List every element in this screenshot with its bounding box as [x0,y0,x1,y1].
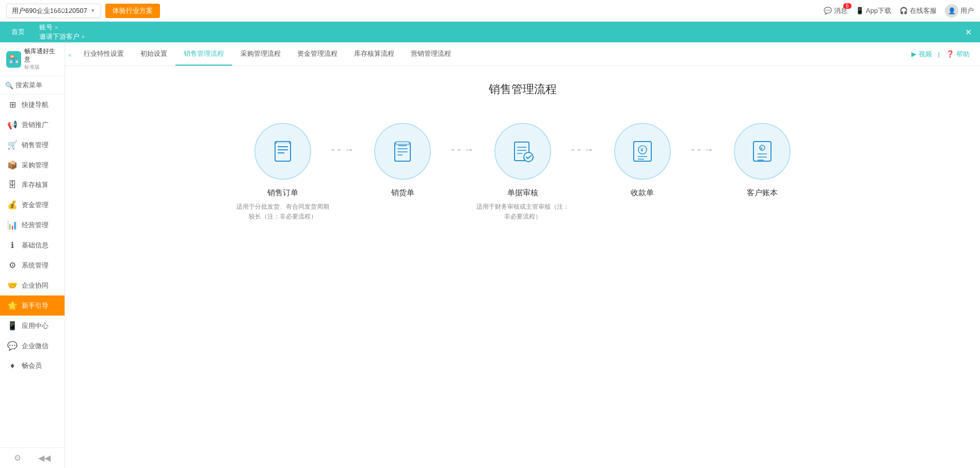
flow-circle-receipt[interactable]: ¥ [614,123,671,180]
flow-circle-doc-review[interactable] [494,123,551,180]
online-service-button[interactable]: 🎧 在线客服 [899,6,937,15]
svg-point-13 [524,152,533,162]
content-area: 行业特性设置初始设置销售管理流程采购管理流程资金管理流程库存核算流程营销管理流程… [65,42,980,468]
flow-item-receipt: ¥ 收款单 [596,123,689,202]
sub-tab-行业特性设置[interactable]: 行业特性设置 [75,42,132,66]
app-download-button[interactable]: 📱 App下载 [856,6,891,15]
message-icon: 💬 [824,7,832,14]
new-guide-icon: 🌟 [7,301,18,310]
sub-tab-采购管理流程[interactable]: 采购管理流程 [232,42,289,66]
sub-tabs-left: 行业特性设置初始设置销售管理流程采购管理流程资金管理流程库存核算流程营销管理流程 [75,42,459,66]
nav-tab-账号[interactable]: 账号 × [32,23,92,32]
logo-text-block: 畅库通好生意 标准版 [24,48,58,71]
close-tab-icon[interactable]: × [68,52,71,58]
close-tab-icon[interactable]: × [68,6,71,12]
logo-icon: 🏪 [6,51,21,68]
main-layout: 🏪 畅库通好生意 标准版 🔍 搜索菜单 ⊞ 快捷导航 📢 营销推广 🛒 销售管理… [0,42,980,468]
close-all-tabs-button[interactable]: ✕ [961,27,976,37]
app-download-label: App下载 [866,6,891,15]
search-label: 搜索菜单 [15,81,42,90]
logo-subtitle: 标准版 [24,64,58,71]
svg-rect-8 [396,142,409,145]
close-tab-icon[interactable]: × [55,24,58,30]
sub-tab-营销管理流程[interactable]: 营销管理流程 [403,42,459,66]
sub-tabs: 行业特性设置初始设置销售管理流程采购管理流程资金管理流程库存核算流程营销管理流程… [65,42,980,66]
help-button[interactable]: ❓ 帮助 [946,50,970,59]
system-mgmt-icon: ⚙ [7,260,18,270]
settings-footer-icon[interactable]: ⚙ [14,453,21,463]
corp-wechat-icon: 💬 [7,341,18,351]
flow-chart: 销售订单适用于分批发货、有合同发货周期较长（注：非必要流程）- - → 销货单-… [86,123,959,222]
svg-rect-21 [753,142,771,161]
purchase-mgmt-icon: 📦 [7,160,18,170]
trial-button[interactable]: 体验行业方案 [105,4,160,18]
sidebar-label-new-guide: 新手引导 [22,301,49,310]
sidebar-item-finance-mgmt[interactable]: 💰 资金管理 [0,195,65,215]
sidebar-item-app-center[interactable]: 📱 应用中心 [0,316,65,336]
flow-arrow-3: - - → [569,123,596,155]
sub-tab-销售管理流程[interactable]: 销售管理流程 [175,42,232,66]
flow-item-customer-ledger: ¥ 客户账本 [716,123,809,202]
flow-circle-sales-invoice[interactable] [374,123,431,180]
help-label: 帮助 [956,50,970,59]
flow-arrow-2: - - → [449,123,476,155]
sub-tab-初始设置[interactable]: 初始设置 [132,42,175,66]
logo-area: 🏪 畅库通好生意 标准版 [0,42,65,76]
sub-tab-库存核算流程[interactable]: 库存核算流程 [346,42,403,66]
close-tab-icon[interactable]: × [82,34,85,40]
app-center-icon: 📱 [7,321,18,331]
search-icon: 🔍 [5,82,13,89]
close-tab-icon[interactable]: × [68,43,71,49]
nav-tab-home[interactable]: 首页 [4,22,32,42]
sidebar-label-vip: 畅会员 [22,361,42,370]
message-button[interactable]: 💬 6 消息 [824,6,847,15]
top-bar: 用户690企业1660120507 ▼ 体验行业方案 💬 6 消息 📱 App下… [0,0,980,22]
collapse-sidebar-button[interactable]: ◀◀ [38,453,51,463]
sidebar: 🏪 畅库通好生意 标准版 🔍 搜索菜单 ⊞ 快捷导航 📢 营销推广 🛒 销售管理… [0,42,65,468]
corp-coop-icon: 🤝 [7,280,18,290]
sidebar-item-inventory[interactable]: 🗄 库存核算 [0,175,65,195]
video-help-button[interactable]: ▶ 视频 [911,50,932,59]
basic-info-icon: ℹ [7,240,18,250]
sidebar-search[interactable]: 🔍 搜索菜单 [0,76,65,95]
sub-tab-资金管理流程[interactable]: 资金管理流程 [289,42,346,66]
page-title: 销售管理流程 [86,82,959,97]
sidebar-item-vip[interactable]: ♦ 畅会员 [0,356,65,376]
marketing-promo-icon: 📢 [7,120,18,130]
nav-tabs: 首页 物流快递 ×在线支付 ×账号 ×邀请下游客户 ×往来期初 ×初始设置 × … [0,22,980,42]
sidebar-item-basic-info[interactable]: ℹ 基础信息 [0,235,65,255]
sidebar-item-sales-mgmt[interactable]: 🛒 销售管理 [0,135,65,155]
flow-item-sales-invoice: 销货单 [356,123,449,202]
nav-tab-物流快递[interactable]: 物流快递 × [32,4,92,13]
flow-circle-sales-order[interactable] [254,123,311,180]
sidebar-label-basic-info: 基础信息 [22,241,49,250]
sidebar-footer: ⚙ ◀◀ [0,447,65,468]
svg-rect-0 [275,142,291,161]
user-avatar-button[interactable]: 👤 用户 [945,4,974,18]
sidebar-item-business-mgmt[interactable]: 📊 经营管理 [0,215,65,235]
sidebar-label-finance-mgmt: 资金管理 [22,200,49,210]
online-service-label: 在线客服 [910,6,937,15]
message-badge: 6 [843,3,852,9]
sidebar-item-purchase-mgmt[interactable]: 📦 采购管理 [0,155,65,175]
flow-desc-doc-review: 适用于财务审核或主管审核（注：非必要流程） [476,202,569,222]
divider: | [938,50,940,58]
nav-tab-邀请下游客户[interactable]: 邀请下游客户 × [32,32,92,41]
sidebar-label-purchase-mgmt: 采购管理 [22,161,49,170]
sidebar-label-inventory: 库存核算 [22,180,49,190]
sidebar-item-corp-wechat[interactable]: 💬 企业微信 [0,336,65,356]
flow-label-sales-invoice: 销货单 [391,188,414,198]
sidebar-item-quick-nav[interactable]: ⊞ 快捷导航 [0,95,65,115]
sidebar-item-corp-coop[interactable]: 🤝 企业协同 [0,275,65,295]
flow-label-doc-review: 单据审核 [507,188,538,198]
sidebar-label-corp-wechat: 企业微信 [22,341,49,351]
sidebar-item-marketing-promo[interactable]: 📢 营销推广 [0,115,65,135]
flow-item-doc-review: 单据审核适用于财务审核或主管审核（注：非必要流程） [476,123,569,222]
nav-tab-在线支付[interactable]: 在线支付 × [32,13,92,23]
close-tab-icon[interactable]: × [68,15,71,21]
sidebar-item-system-mgmt[interactable]: ⚙ 系统管理 [0,255,65,275]
sidebar-item-new-guide[interactable]: 🌟 新手引导 [0,295,65,316]
sidebar-label-app-center: 应用中心 [22,321,49,331]
flow-circle-customer-ledger[interactable]: ¥ [734,123,791,180]
flow-desc-sales-order: 适用于分批发货、有合同发货周期较长（注：非必要流程） [236,202,329,222]
